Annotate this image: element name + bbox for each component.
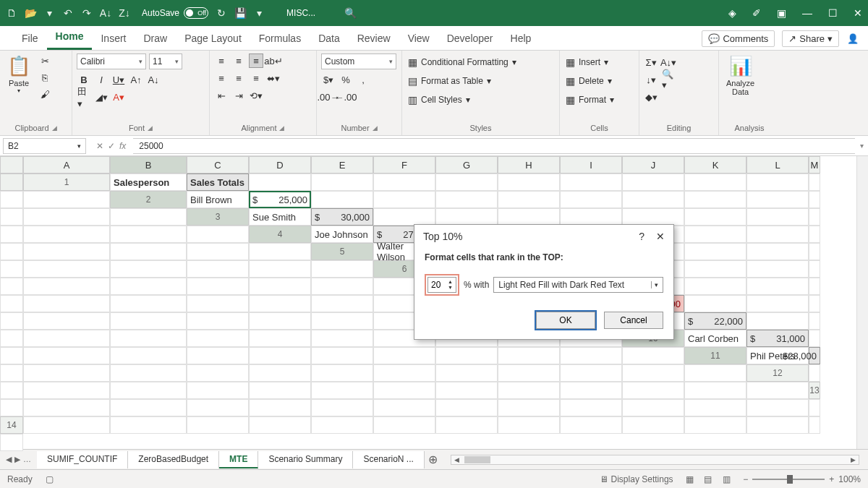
cell[interactable] xyxy=(311,382,373,399)
comma-icon[interactable]: , xyxy=(356,72,370,87)
cell[interactable] xyxy=(110,278,187,295)
horizontal-scrollbar[interactable]: ◀ ▶ xyxy=(451,455,859,465)
cell[interactable] xyxy=(23,278,110,295)
align-top-icon[interactable]: ≡ xyxy=(214,53,229,68)
cell[interactable] xyxy=(311,174,373,191)
cell[interactable] xyxy=(187,364,249,382)
cell[interactable] xyxy=(809,364,820,382)
cell[interactable] xyxy=(249,295,311,312)
cell[interactable] xyxy=(746,312,809,330)
cell[interactable] xyxy=(187,260,249,278)
refresh-icon[interactable]: ↻ xyxy=(216,7,227,19)
cell[interactable]: Bill Brown xyxy=(187,191,249,208)
cell[interactable] xyxy=(0,382,23,399)
cell[interactable] xyxy=(622,364,684,382)
column-header[interactable]: J xyxy=(622,156,684,174)
decrease-decimal-icon[interactable]: ←.00 xyxy=(339,90,353,104)
cell[interactable] xyxy=(23,208,110,226)
cell[interactable] xyxy=(684,208,746,226)
column-header[interactable]: I xyxy=(560,156,622,174)
sort-asc-icon[interactable]: A↓ xyxy=(100,7,111,19)
cell[interactable] xyxy=(498,399,560,416)
row-header[interactable]: 5 xyxy=(311,243,373,260)
increase-decimal-icon[interactable]: .00→ xyxy=(321,90,336,104)
cell[interactable] xyxy=(311,347,373,364)
cell[interactable] xyxy=(560,382,622,399)
cell[interactable] xyxy=(684,295,746,312)
column-header[interactable]: D xyxy=(249,156,311,174)
font-color-icon[interactable]: A▾ xyxy=(111,90,126,104)
orientation-icon[interactable]: ⟲▾ xyxy=(249,88,263,103)
cell[interactable] xyxy=(0,312,23,330)
cell[interactable]: Sales Totals xyxy=(187,174,249,191)
column-header[interactable]: B xyxy=(110,156,187,174)
font-shrink-icon[interactable]: A↓ xyxy=(146,72,161,87)
cell[interactable] xyxy=(560,416,622,434)
accessibility-icon[interactable]: ✐ xyxy=(752,7,761,19)
cell[interactable] xyxy=(560,174,622,191)
wrap-text-icon[interactable]: ab↵ xyxy=(266,53,281,68)
cell[interactable] xyxy=(684,226,746,243)
cell[interactable] xyxy=(187,382,249,399)
cell[interactable] xyxy=(435,416,498,434)
cell[interactable] xyxy=(809,243,820,260)
cell[interactable] xyxy=(311,191,373,208)
align-bottom-icon[interactable]: ≡ xyxy=(249,53,263,68)
column-header[interactable]: E xyxy=(311,156,373,174)
cell[interactable] xyxy=(809,260,820,278)
copy-icon[interactable]: ⎘ xyxy=(38,70,52,85)
cell[interactable] xyxy=(809,208,820,226)
cell[interactable] xyxy=(684,174,746,191)
spin-down-icon[interactable]: ▼ xyxy=(448,285,453,291)
cell[interactable] xyxy=(373,399,435,416)
column-header[interactable]: A xyxy=(23,156,110,174)
cell[interactable] xyxy=(110,243,187,260)
format-painter-icon[interactable]: 🖌 xyxy=(38,87,52,101)
row-header[interactable]: 12 xyxy=(746,364,809,382)
underline-button[interactable]: U▾ xyxy=(111,72,126,87)
scroll-right-icon[interactable]: ▶ xyxy=(847,456,859,463)
row-header[interactable]: 2 xyxy=(110,191,187,208)
cell[interactable] xyxy=(0,278,23,295)
cell[interactable] xyxy=(746,260,809,278)
cell[interactable] xyxy=(311,416,373,434)
cell[interactable] xyxy=(187,416,249,434)
cancel-formula-icon[interactable]: ✕ xyxy=(96,141,103,151)
cell[interactable] xyxy=(23,330,110,347)
save-icon[interactable]: 💾 xyxy=(234,7,246,19)
cell[interactable] xyxy=(498,416,560,434)
cell[interactable] xyxy=(435,174,498,191)
tab-draw[interactable]: Draw xyxy=(135,27,176,50)
column-header[interactable]: L xyxy=(746,156,809,174)
paste-button[interactable]: 📋 Paste▾ xyxy=(4,53,33,95)
sheet-nav-prev-icon[interactable]: ◀ xyxy=(6,455,12,464)
cell[interactable] xyxy=(498,347,560,364)
cell[interactable] xyxy=(23,260,110,278)
cell[interactable] xyxy=(0,347,23,364)
zoom-control[interactable]: − + 100% xyxy=(743,474,861,484)
sheet-nav-next-icon[interactable]: ▶ xyxy=(14,455,20,464)
border-icon[interactable]: 田▾ xyxy=(77,90,91,104)
minimize-button[interactable]: — xyxy=(802,7,812,19)
cell[interactable] xyxy=(249,174,311,191)
comments-button[interactable]: 💬 Comments xyxy=(702,30,775,47)
cell[interactable] xyxy=(187,243,249,260)
autosum-icon[interactable]: Σ▾ xyxy=(644,55,658,69)
cell[interactable] xyxy=(560,364,622,382)
cell[interactable] xyxy=(684,399,746,416)
cell[interactable] xyxy=(249,382,311,399)
cell[interactable] xyxy=(110,295,187,312)
scroll-left-icon[interactable]: ◀ xyxy=(451,456,463,463)
cell[interactable] xyxy=(684,260,746,278)
cell[interactable] xyxy=(311,295,373,312)
cell[interactable] xyxy=(311,399,373,416)
cell[interactable] xyxy=(23,226,110,243)
align-right-icon[interactable]: ≡ xyxy=(249,71,263,85)
tab-review[interactable]: Review xyxy=(349,27,399,50)
sort-filter-icon[interactable]: A↓▾ xyxy=(661,55,676,69)
cell[interactable]: Joe Johnson xyxy=(311,226,373,243)
cell[interactable] xyxy=(187,278,249,295)
maximize-button[interactable]: ☐ xyxy=(828,7,838,19)
clear-icon[interactable]: ◆▾ xyxy=(644,90,658,104)
clipboard-launcher-icon[interactable]: ◢ xyxy=(52,124,57,132)
